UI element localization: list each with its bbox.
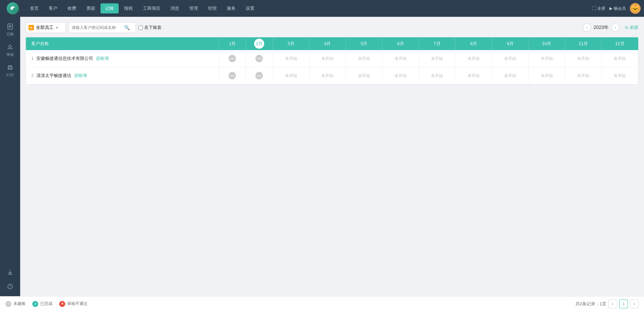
status-not-started: 未开始 [285,73,297,78]
legend-not-created-dot: — [5,301,11,307]
cell-m5-1: 未开始 [346,67,383,84]
search-icon[interactable]: 🔍 [124,25,130,30]
logo-icon [7,2,19,14]
legend-completed-dot: ✓ [32,301,38,307]
status-not-created: — [255,72,263,79]
status-not-started: 未开始 [541,73,553,78]
enter-ledger-link[interactable]: 进账簿 [96,56,109,61]
prev-page-button[interactable]: ‹ [608,300,617,308]
cell-m1-0[interactable]: — [219,50,246,67]
page-footer: — 未建账 ✓ 已完成 ✕ 审核不通过 共2条记录，1页 ‹ 1 › [0,296,644,311]
status-not-started: 未开始 [504,56,516,61]
member-button[interactable]: ▶ 畅会员 [609,6,626,11]
cell-m5-0: 未开始 [346,50,383,67]
company-name: 漠漠太平畅捷通信 [36,73,71,78]
col-header-jul: 7月 [419,37,455,50]
cell-name-0: 1安徽畅捷通信息技术有限公司进账簿 [26,50,219,67]
nav-customer[interactable]: 客户 [44,3,62,13]
cell-m2-0[interactable]: — [246,50,273,67]
col-header-feb: 2月 [246,37,273,50]
nav-menu: 首页 客户 收费 票据 记账 报税 工商项目 消息 管理 经营 服务 设置 [25,3,592,13]
nav-billing[interactable]: 收费 [63,3,81,13]
table-scroll-wrap: 客户名称 1月 2月 3月 4月 5月 6月 7月 [26,37,638,84]
cell-m8-0: 未开始 [455,50,492,67]
sidebar: 记账 审核 打印 [0,17,20,296]
status-not-started: 未开始 [431,73,443,78]
search-input[interactable] [72,25,122,30]
next-page-button[interactable]: › [630,300,639,308]
nav-manage[interactable]: 管理 [185,3,203,13]
chevron-down-icon: ▼ [55,26,59,30]
company-name: 安徽畅捷通信息技术有限公司 [36,56,93,61]
status-not-started: 未开始 [431,56,443,61]
legend-completed: ✓ 已完成 [32,301,52,307]
year-navigation: ‹ 2023年 › [583,24,619,32]
cell-m12-0: 未开始 [602,50,638,67]
nav-service[interactable]: 服务 [222,3,240,13]
status-not-started: 未开始 [395,56,407,61]
year-display: 2023年 [594,25,609,31]
cell-m10-0: 未开始 [528,50,565,67]
status-not-started: 未开始 [395,73,407,78]
sidebar-help[interactable]: ? [1,280,19,293]
total-text: 共2条记录，1页 [575,301,606,307]
print-icon [6,64,14,71]
sidebar-download[interactable] [1,266,19,279]
data-table-container: 客户名称 1月 2月 3月 4月 5月 6月 7月 [26,37,639,85]
status-not-started: 未开始 [358,73,370,78]
nav-invoice[interactable]: 票据 [82,3,100,13]
nav-accounting[interactable]: 记账 [100,3,119,13]
refresh-button[interactable]: ↻ 刷新 [625,25,639,31]
cell-m9-0: 未开始 [492,50,529,67]
status-not-created: — [229,72,236,79]
table-header-row: 客户名称 1月 2月 3月 4月 5月 6月 7月 [26,37,638,50]
nav-settings[interactable]: 设置 [241,3,259,13]
fullscreen-icon: ⛶ [592,6,596,11]
sidebar-item-print[interactable]: 打印 [1,61,19,80]
help-icon: ? [6,283,14,290]
cell-m1-1[interactable]: — [219,67,246,84]
col-header-nov: 11月 [565,37,602,50]
col-header-may: 5月 [346,37,383,50]
status-not-started: 未开始 [321,56,333,61]
cell-m6-0: 未开始 [382,50,419,67]
toolbar: 标 全部员工 ▼ 🔍 名下账套 ‹ 2023年 › ↻ 刷新 [26,22,639,33]
filter-tag-icon: 标 [29,25,34,30]
next-year-button[interactable]: › [611,24,619,32]
nav-operation[interactable]: 经营 [203,3,222,13]
cell-m10-1: 未开始 [528,67,565,84]
my-account-checkbox[interactable] [138,26,143,30]
cell-m2-1[interactable]: — [246,67,273,84]
nav-business[interactable]: 工商项目 [138,3,165,13]
status-not-started: 未开始 [614,56,626,61]
status-not-started: 未开始 [614,73,626,78]
nav-home[interactable]: 首页 [25,3,43,13]
my-account-filter[interactable]: 名下账套 [138,25,162,31]
sidebar-item-accounting[interactable]: 记账 [1,20,19,39]
employee-filter[interactable]: 标 全部员工 ▼ [26,22,66,33]
col-header-jan: 1月 [219,37,246,50]
col-header-oct: 10月 [528,37,565,50]
table-row: 1安徽畅捷通信息技术有限公司进账簿——未开始未开始未开始未开始未开始未开始未开始… [26,50,638,67]
cell-m11-1: 未开始 [565,67,602,84]
member-icon: ▶ [609,6,612,11]
col-header-aug: 8月 [455,37,492,50]
prev-year-button[interactable]: ‹ [583,24,591,32]
app-logo [3,2,22,14]
user-avatar[interactable]: 🐱 [630,3,641,14]
cell-m3-1: 未开始 [273,67,309,84]
cell-m4-1: 未开始 [309,67,346,84]
status-not-started: 未开始 [504,73,516,78]
review-icon [6,43,14,51]
fullscreen-button[interactable]: ⛶ 全屏 [592,6,605,11]
status-not-started: 未开始 [541,56,553,61]
nav-tax[interactable]: 报税 [119,3,137,13]
enter-ledger-link[interactable]: 进账簿 [74,73,87,78]
cell-m12-1: 未开始 [602,67,638,84]
nav-message[interactable]: 消息 [166,3,184,13]
col-header-mar: 3月 [273,37,309,50]
cell-m4-0: 未开始 [309,50,346,67]
sidebar-item-review[interactable]: 审核 [1,41,19,60]
cell-m7-0: 未开始 [419,50,455,67]
page-1-button[interactable]: 1 [619,300,628,308]
